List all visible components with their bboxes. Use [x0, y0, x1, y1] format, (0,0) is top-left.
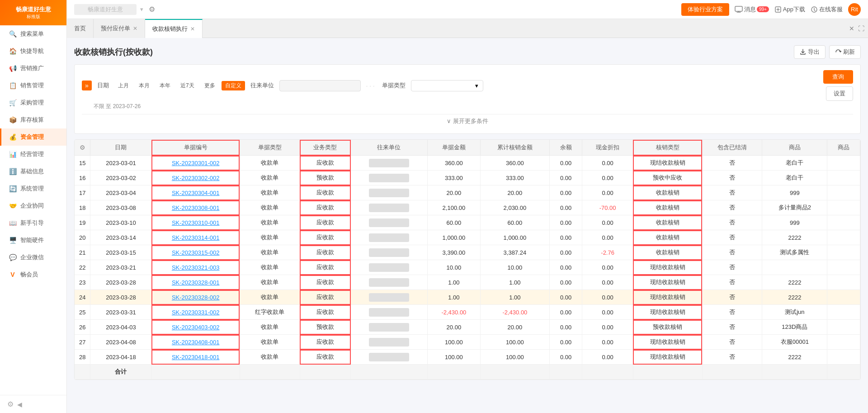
table-cell: 360.00 — [480, 156, 549, 171]
table-cell[interactable]: SK-20230331-002 — [151, 305, 240, 320]
table-cell: 16 — [75, 171, 90, 185]
date-opt-this-month[interactable]: 本月 — [135, 81, 153, 90]
query-button[interactable]: 查询 — [823, 70, 853, 84]
table-row: 252023-03-31SK-20230331-002红字收款单应收款 -2,4… — [75, 305, 860, 320]
tab-home[interactable]: 首页 — [67, 19, 94, 38]
table-cell: 0.00 — [549, 156, 582, 171]
tab-expand-icon[interactable]: ⛶ — [858, 25, 864, 32]
sidebar-collapse-icon[interactable]: ◀ — [17, 401, 22, 408]
table-cell[interactable]: SK-20230302-002 — [151, 171, 240, 185]
table-cell[interactable]: SK-20230308-001 — [151, 200, 240, 215]
solution-button[interactable]: 体验行业方案 — [681, 3, 729, 16]
table-cell: 2023-04-18 — [90, 350, 151, 365]
date-opt-7days[interactable]: 近7天 — [177, 81, 198, 90]
enterprise-icon: 🤝 — [9, 202, 17, 210]
table-row: 202023-03-14SK-20230314-001收款单应收款 1,000.… — [75, 230, 860, 245]
page-actions: 导出 刷新 — [794, 45, 861, 59]
table-cell: 多计量商品2 — [762, 200, 827, 215]
table-cell: 1.00 — [480, 290, 549, 305]
table-cell: 应收款 — [300, 305, 351, 320]
date-opt-last-month[interactable]: 上月 — [114, 81, 132, 90]
sidebar-item-shortcut[interactable]: 🏠 快捷导航 — [0, 43, 66, 60]
sidebar-item-wechat[interactable]: 💬 企业微信 — [0, 249, 66, 266]
user-avatar[interactable]: Rit — [848, 3, 861, 16]
table-cell: 28 — [75, 350, 90, 365]
topbar-gear-icon[interactable]: ⚙ — [149, 5, 155, 14]
table-cell — [827, 290, 860, 305]
table-cell: 2023-03-28 — [90, 275, 151, 290]
table-cell[interactable]: SK-20230328-001 — [151, 275, 240, 290]
table-cell: 0.00 — [549, 260, 582, 275]
sidebar-item-operations[interactable]: 📊 经营管理 — [0, 146, 66, 163]
date-opt-this-year[interactable]: 本年 — [156, 81, 174, 90]
sidebar-item-member[interactable]: V 畅会员 — [0, 266, 66, 283]
sidebar-logo: 畅康道好生意 标推版 — [0, 0, 66, 25]
table-cell[interactable]: SK-20230310-001 — [151, 215, 240, 230]
table-cell[interactable]: SK-20230314-001 — [151, 230, 240, 245]
table-cell: 2023-04-03 — [90, 320, 151, 335]
sidebar-item-hardware[interactable]: 🖥️ 智能硬件 — [0, 232, 66, 249]
date-opt-custom[interactable]: 自定义 — [222, 81, 245, 90]
sidebar-item-search[interactable]: 🔍 搜索菜单 — [0, 25, 66, 43]
expand-more-btn[interactable]: ∨ 展开更多条件 — [82, 114, 853, 128]
table-cell: 应收款 — [300, 260, 351, 275]
table-cell: 现结收款核销 — [633, 290, 702, 305]
sidebar-item-guide[interactable]: 📖 新手引导 — [0, 214, 66, 232]
sidebar-item-purchase[interactable]: 🛒 采购管理 — [0, 94, 66, 111]
th-amount: 单据金额 — [427, 140, 480, 156]
tab-prepay-close[interactable]: ✕ — [133, 25, 137, 32]
tab-receipt[interactable]: 收款核销执行 ✕ — [145, 19, 203, 38]
member-icon: V — [9, 271, 17, 279]
sidebar-item-inventory[interactable]: 📦 库存核算 — [0, 111, 66, 128]
sidebar-item-sales[interactable]: 📋 销售管理 — [0, 77, 66, 94]
table-cell: 否 — [702, 335, 762, 350]
table-cell: 收款单 — [240, 185, 300, 200]
table-cell[interactable]: SK-20230301-002 — [151, 156, 240, 171]
sidebar-item-system[interactable]: 🔄 系统管理 — [0, 180, 66, 197]
tab-prepay[interactable]: 预付应付单 ✕ — [94, 19, 145, 38]
table-cell: 现结收款核销 — [633, 305, 702, 320]
refresh-button[interactable]: 刷新 — [829, 45, 861, 59]
summary-cell — [633, 365, 702, 380]
tab-receipt-close[interactable]: ✕ — [190, 26, 195, 32]
table-cell[interactable]: SK-20230418-001 — [151, 350, 240, 365]
table-cell: 2023-03-21 — [90, 260, 151, 275]
table-cell: 333.00 — [480, 171, 549, 185]
table-cell: 否 — [702, 171, 762, 185]
sidebar-item-finance[interactable]: 💰 资金管理 — [0, 128, 66, 146]
sidebar-item-basic[interactable]: ℹ️ 基础信息 — [0, 163, 66, 180]
table-cell[interactable]: SK-20230328-002 — [151, 290, 240, 305]
sidebar-settings-icon[interactable]: ⚙ — [7, 400, 14, 408]
table-cell: 否 — [702, 275, 762, 290]
summary-cell — [300, 365, 351, 380]
sidebar-item-enterprise[interactable]: 🤝 企业协同 — [0, 197, 66, 214]
online-service-link[interactable]: 在线客服 — [811, 5, 843, 14]
table-cell: 否 — [702, 156, 762, 171]
table-cell[interactable]: SK-20230321-003 — [151, 260, 240, 275]
dropdown-arrow[interactable]: ▾ — [140, 6, 143, 13]
th-gear[interactable]: ⚙ — [75, 140, 90, 156]
voucher-type-select[interactable]: ▾ — [411, 80, 483, 91]
table-cell[interactable]: SK-20230315-002 — [151, 245, 240, 260]
date-opt-more[interactable]: 更多 — [201, 81, 219, 90]
table-cell — [351, 156, 428, 171]
table-cell — [351, 290, 428, 305]
gear-icon[interactable]: ⚙ — [80, 144, 85, 151]
filter-expand-toggle[interactable]: » — [82, 81, 92, 90]
table-cell: 2222 — [762, 290, 827, 305]
table-row: 212023-03-15SK-20230315-002收款单应收款 3,390.… — [75, 245, 860, 260]
table-cell: 100.00 — [480, 335, 549, 350]
table-cell: 收款单 — [240, 275, 300, 290]
tab-close-all-icon[interactable]: ✕ — [849, 25, 854, 32]
table-cell: 0.00 — [582, 335, 633, 350]
table-cell: 0.00 — [582, 230, 633, 245]
message-icon[interactable]: 消息 99+ — [735, 5, 769, 14]
table-cell[interactable]: SK-20230304-001 — [151, 185, 240, 200]
table-cell[interactable]: SK-20230408-001 — [151, 335, 240, 350]
filter-settings-button[interactable]: 设置 — [826, 86, 853, 101]
export-button[interactable]: 导出 — [794, 45, 826, 59]
app-download-link[interactable]: App下载 — [774, 5, 805, 14]
table-cell[interactable]: SK-20230403-002 — [151, 320, 240, 335]
party-input[interactable] — [279, 80, 361, 91]
sidebar-item-marketing[interactable]: 📢 营销推广 — [0, 60, 66, 77]
